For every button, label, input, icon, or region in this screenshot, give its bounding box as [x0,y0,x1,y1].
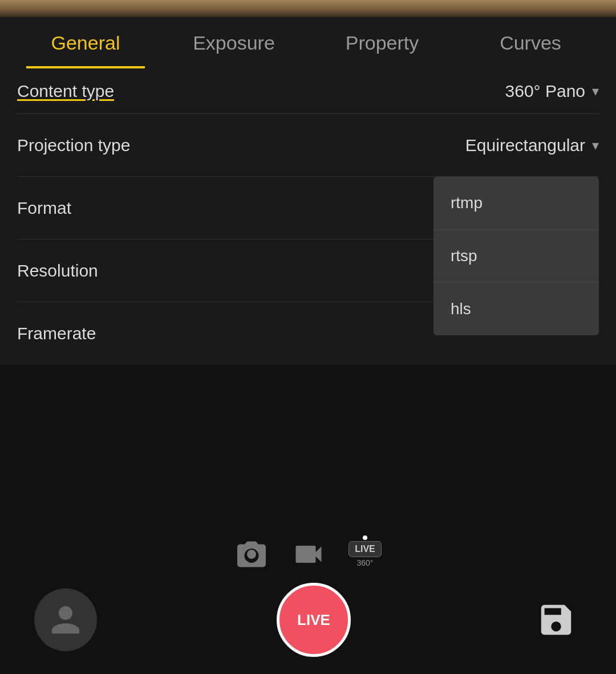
top-image-strip [0,0,616,17]
tab-bar: General Exposure Property Curves [0,17,616,68]
dropdown-item-rtmp[interactable]: rtmp [433,177,599,230]
video-mode-button[interactable] [291,537,326,571]
tab-curves[interactable]: Curves [456,17,605,68]
avatar-button[interactable] [34,588,97,651]
setting-row-format: Format ▾ rtmp rtsp hls [17,177,599,239]
controls-row: LIVE [0,583,616,657]
framerate-label: Framerate [17,324,96,343]
bottom-bar: LIVE 360° LIVE [0,509,616,674]
setting-row-content-type: Content type 360° Pano ▾ [17,68,599,114]
resolution-label: Resolution [17,261,98,281]
projection-type-arrow: ▾ [592,137,599,153]
live360-mode-button[interactable]: LIVE 360° [348,541,382,567]
live-record-label: LIVE [297,611,330,629]
video-icon [291,537,326,571]
content-type-value[interactable]: 360° Pano ▾ [505,82,599,101]
live-360-sub: 360° [357,558,374,567]
dropdown-item-rtsp[interactable]: rtsp [433,230,599,283]
avatar-icon [48,603,83,637]
live-dot [363,535,367,540]
live-record-button[interactable]: LIVE [277,583,351,657]
live-badge: LIVE [348,541,382,557]
dropdown-item-hls[interactable]: hls [433,283,599,335]
projection-type-label: Projection type [17,136,130,155]
projection-type-value[interactable]: Equirectangular ▾ [465,136,599,155]
camera-icon [234,537,269,571]
settings-area: Content type 360° Pano ▾ Projection type… [0,68,616,365]
content-type-arrow: ▾ [592,83,599,99]
tab-exposure[interactable]: Exposure [160,17,308,68]
tab-general[interactable]: General [11,17,160,68]
tab-property[interactable]: Property [308,17,456,68]
save-icon [536,600,576,640]
photo-mode-button[interactable] [234,537,269,571]
format-dropdown-menu: rtmp rtsp hls [433,177,599,335]
content-type-label: Content type [17,82,114,101]
format-label: Format [17,198,71,218]
setting-row-projection-type: Projection type Equirectangular ▾ [17,114,599,177]
save-button[interactable] [530,594,582,645]
mode-icons-row: LIVE 360° [234,537,382,571]
